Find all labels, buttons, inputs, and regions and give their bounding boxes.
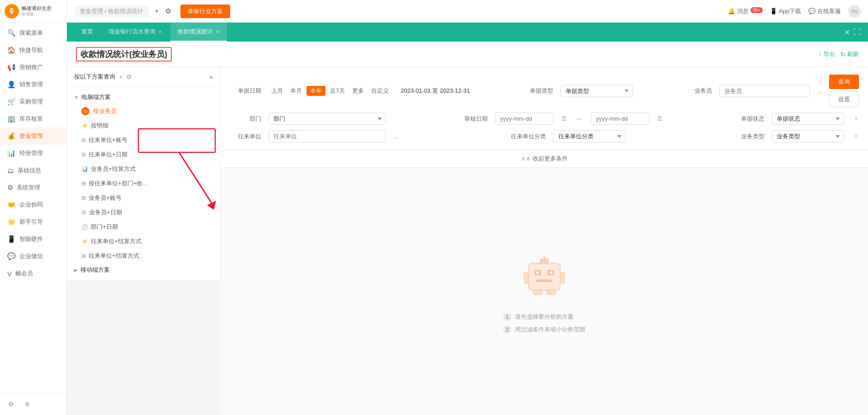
sidebar-item-inventory[interactable]: 🏢 库存核算 xyxy=(0,110,66,127)
review-date-to[interactable] xyxy=(591,113,650,125)
sidebar-item-label-system: 系统管理 xyxy=(17,184,40,192)
scheme-item-unit-dept[interactable]: ⊞ 按往来单位+部门+收... xyxy=(67,176,220,191)
sidebar-logo: 6 畅捷通好生意 标准版 xyxy=(0,0,66,23)
unit-input[interactable] xyxy=(269,130,386,142)
filter-settings-button[interactable]: 设置 xyxy=(829,92,859,107)
scheme-item-dept-date[interactable]: 🕐 部门+日期 xyxy=(67,220,220,234)
scheme-icon-detail: ⚡ xyxy=(81,123,88,129)
trial-button[interactable]: 体验行业方案 xyxy=(180,5,230,18)
export-icon: ↑ xyxy=(819,51,822,58)
review-date-label: 审核日期 xyxy=(461,115,488,123)
online-support-label: 在线客服 xyxy=(817,7,841,15)
scheme-item-by-detail[interactable]: ⚡ 按明细 xyxy=(67,118,220,133)
scheme-icon-dept-date: 🕐 xyxy=(81,224,88,230)
tab-bank-flow-close[interactable]: ✕ xyxy=(158,29,162,35)
logo-badge: 标准版 xyxy=(22,11,52,17)
app-download-label: App下载 xyxy=(779,7,801,15)
scheme-item-by-salesperson[interactable]: ↻ 按业务员 xyxy=(67,104,220,118)
date-btn-custom[interactable]: 自定义 xyxy=(368,86,392,96)
date-btn-more[interactable]: 更多 xyxy=(349,86,367,96)
scheme-item-unit-settle1[interactable]: ⚡ 往来单位+结算方式 xyxy=(67,234,220,249)
scheme-collapse-button[interactable]: « xyxy=(209,73,213,80)
salesperson-more-button[interactable]: ... xyxy=(817,88,822,94)
dept-select[interactable]: 部门 xyxy=(269,113,386,125)
sidebar-item-base-info[interactable]: 🗂 基础信息 xyxy=(0,162,66,179)
smart-hw-icon: 📱 xyxy=(7,235,16,243)
breadcrumb-dropdown-button[interactable]: ▼ xyxy=(154,8,160,14)
filter-results-panel: 单据日期 上月 本月 本年 近7天 更多 自定义 2023-01-01 至 20… xyxy=(221,67,868,415)
header-actions: 🔔 消息 99+ 📱 App下载 💬 在线客服 Rit xyxy=(728,5,861,18)
svg-rect-9 xyxy=(533,289,542,295)
sidebar-item-enterprise[interactable]: 🤝 企业协同 xyxy=(0,196,66,213)
query-button[interactable]: 查询 xyxy=(829,75,859,89)
tab-bank-flow[interactable]: 现金银行流水查询 ✕ xyxy=(101,23,170,42)
unit-more-button[interactable]: ... xyxy=(393,133,398,140)
biz-type-select[interactable]: 业务类型 xyxy=(772,130,844,142)
scheme-item-unit-settle2[interactable]: ⊞ 往来单位+结算方式 xyxy=(67,249,220,263)
app-download-item[interactable]: 📱 App下载 xyxy=(770,7,801,15)
date-btn-7days[interactable]: 近7天 xyxy=(327,86,348,96)
sidebar-item-wechat[interactable]: 💬 企业微信 xyxy=(0,248,66,265)
sidebar-item-operations[interactable]: 📊 经营管理 xyxy=(0,145,66,162)
sidebar-item-system[interactable]: ⚙ 系统管理 xyxy=(0,179,66,196)
tab-close-button[interactable]: ✕ xyxy=(844,28,850,37)
scheme-item-salesperson-date[interactable]: ⚙ 业务员+日期 xyxy=(67,205,220,220)
scheme-group-mobile[interactable]: ▶ 移动端方案 xyxy=(67,263,220,277)
date-range-text: 2023-01-01 至 2023-12-31 xyxy=(401,87,470,95)
empty-tips: 1 请先选择要分析的方案 2 用过滤条件来缩小分析范围 xyxy=(503,313,585,334)
inventory-icon: 🏢 xyxy=(7,115,16,123)
unit-category-select[interactable]: 往来单位分类 xyxy=(553,130,626,142)
date-btn-this-year[interactable]: 本年 xyxy=(307,86,326,96)
sidebar-item-beginner[interactable]: 🌟 新手引导 xyxy=(0,213,66,231)
search-menu-icon: 🔍 xyxy=(7,29,16,37)
date-btn-last-month[interactable]: 上月 xyxy=(269,86,286,96)
date-filter-label: 单据日期 xyxy=(230,87,261,95)
date-btn-this-month[interactable]: 本月 xyxy=(288,86,305,96)
tab-collection-stats[interactable]: 收款情况统计 ✕ xyxy=(170,23,227,42)
svg-rect-3 xyxy=(528,263,560,290)
sidebar-item-label-purchase: 采购管理 xyxy=(19,98,43,106)
tab-collection-stats-close[interactable]: ✕ xyxy=(216,29,220,35)
sidebar-item-label-base-info: 基础信息 xyxy=(18,166,41,174)
tab-collection-stats-label: 收款情况统计 xyxy=(178,28,213,36)
notification-item[interactable]: 🔔 消息 99+ xyxy=(728,7,763,15)
sidebar-item-search-menu[interactable]: 🔍 搜索菜单 xyxy=(0,24,66,42)
empty-tip-2: 2 用过滤条件来缩小分析范围 xyxy=(503,325,585,334)
header-gear-button[interactable]: ⚙ xyxy=(165,7,171,15)
sidebar-item-finance[interactable]: 💰 资金管理 xyxy=(0,127,66,145)
sales-icon: 👤 xyxy=(7,80,16,89)
scheme-add-button[interactable]: + xyxy=(119,73,123,80)
doc-status-select[interactable]: 单据状态 xyxy=(772,113,844,125)
unit-filter-label: 往来单位 xyxy=(230,132,261,141)
sidebar-item-label-marketing: 营销推广 xyxy=(19,63,43,71)
scheme-settings-button[interactable]: ⚙ xyxy=(126,73,132,80)
export-button[interactable]: ↑ 导出 xyxy=(819,50,835,58)
sidebar-item-member[interactable]: V 畅会员 xyxy=(0,265,66,282)
doc-type-select[interactable]: 单据类型 xyxy=(561,85,633,97)
scheme-item-unit-date[interactable]: ⊞ 往来单位+日期 xyxy=(67,147,220,162)
sidebar-item-quick-nav[interactable]: 🏠 快捷导航 xyxy=(0,42,66,59)
scheme-item-salesperson-account[interactable]: ⊞ 业务员+账号 xyxy=(67,191,220,205)
sidebar-item-smart-hw[interactable]: 📱 智能硬件 xyxy=(0,231,66,248)
scheme-item-unit-account[interactable]: ⊞ 往来单位+账号 xyxy=(67,133,220,147)
app-download-icon: 📱 xyxy=(770,8,777,14)
tab-home[interactable]: 首页 xyxy=(74,23,100,42)
online-support-icon: 💬 xyxy=(808,8,816,14)
salesperson-input[interactable] xyxy=(719,85,810,97)
tab-expand-button[interactable]: ⛶ xyxy=(854,28,861,36)
sidebar-item-sales[interactable]: 👤 销售管理 xyxy=(0,76,66,93)
sidebar-settings-button[interactable]: ⚙ xyxy=(5,398,17,410)
sidebar-item-marketing[interactable]: 📢 营销推广 xyxy=(0,59,66,76)
collapse-more-bar[interactable]: ∧∧ 收起更多条件 xyxy=(221,150,868,168)
biz-type-filter-label: 业务类型 xyxy=(737,132,764,141)
review-date-from[interactable] xyxy=(495,113,554,125)
scheme-item-label-salesperson-date: 业务员+日期 xyxy=(89,208,122,217)
date-range-sep: — xyxy=(574,115,584,122)
scheme-item-salesperson-settle[interactable]: 📊 业务员+结算方式 xyxy=(67,162,220,176)
online-support-item[interactable]: 💬 在线客服 xyxy=(808,7,841,15)
user-avatar[interactable]: Rit xyxy=(848,5,861,18)
sidebar-collapse-button[interactable]: ⏸ xyxy=(21,398,33,410)
scheme-group-desktop[interactable]: ▼ 电脑端方案 xyxy=(67,90,220,104)
refresh-button[interactable]: ↻ 刷新 xyxy=(840,50,859,58)
sidebar-item-purchase[interactable]: 🛒 采购管理 xyxy=(0,93,66,110)
